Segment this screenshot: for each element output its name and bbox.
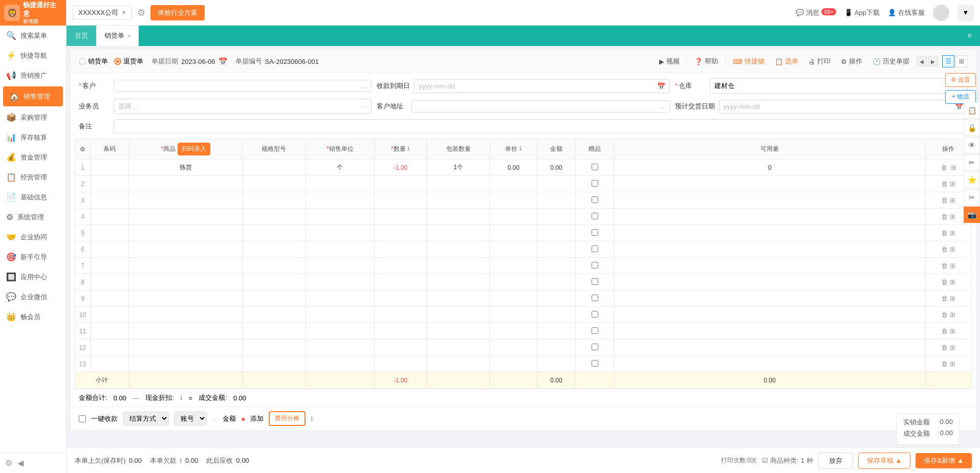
- header-settings-icon[interactable]: ⚙: [137, 7, 145, 18]
- float-btn-orange[interactable]: 📷: [964, 207, 980, 223]
- salesperson-input[interactable]: 选择... …: [114, 99, 372, 114]
- cell-price[interactable]: 0.00: [490, 160, 537, 176]
- float-btn-5[interactable]: ⭐: [964, 172, 980, 188]
- tab-close-icon[interactable]: ×: [127, 33, 130, 39]
- gift-checkbox[interactable]: [592, 344, 598, 350]
- history-btn[interactable]: 🕐 历史单据: [869, 55, 912, 67]
- copy-icon[interactable]: ⊞: [950, 196, 955, 204]
- save-new-button[interactable]: 保存&新增 ▲: [916, 453, 972, 468]
- grid-view-btn[interactable]: ⊞: [955, 55, 968, 67]
- sidebar-item-sales[interactable]: 🏠 销售管理: [3, 86, 63, 106]
- add-payment-icon[interactable]: ●: [241, 415, 245, 423]
- gift-checkbox[interactable]: [592, 262, 598, 268]
- sidebar-item-inventory[interactable]: 📊 库存核算: [0, 127, 66, 147]
- copy-icon[interactable]: ⊞: [950, 262, 955, 269]
- cell-qty[interactable]: -1.00: [374, 160, 426, 176]
- delete-icon[interactable]: 🗑: [941, 213, 948, 220]
- user-menu-icon[interactable]: ▼: [957, 5, 974, 21]
- gift-checkbox[interactable]: [592, 245, 598, 252]
- delete-icon[interactable]: 🗑: [941, 229, 948, 237]
- sidebar-item-weixin[interactable]: 💬 企业微信: [0, 287, 66, 307]
- copy-icon[interactable]: ⊞: [950, 180, 955, 188]
- float-btn-2[interactable]: 🔒: [964, 120, 980, 136]
- cell-gift[interactable]: [576, 160, 614, 176]
- cell-barcode[interactable]: [91, 160, 129, 176]
- sidebar-item-appcenter[interactable]: 🔲 应用中心: [0, 267, 66, 287]
- print-btn[interactable]: 🖨 打印: [805, 55, 834, 67]
- list-view-btn[interactable]: ☰: [942, 55, 954, 67]
- delete-icon[interactable]: 🗑: [941, 180, 948, 188]
- delete-icon[interactable]: 🗑: [941, 295, 948, 302]
- scan-btn[interactable]: 扫码录入: [178, 143, 210, 155]
- delete-icon[interactable]: 🗑: [941, 196, 948, 204]
- radio-return-order[interactable]: 退货单: [114, 57, 143, 66]
- sidebar-item-quicknav[interactable]: ⚡ 快捷导航: [0, 46, 66, 65]
- cell-amount[interactable]: 0.00: [537, 160, 576, 176]
- message-button[interactable]: 💬 消息 99+: [796, 8, 836, 17]
- gift-checkbox[interactable]: [592, 360, 598, 367]
- sidebar-item-basics[interactable]: 📄 基础信息: [0, 187, 66, 207]
- copy-icon[interactable]: ⊞: [950, 327, 955, 335]
- settings-bottom-icon[interactable]: ⚙: [5, 458, 12, 468]
- sidebar-item-marketing[interactable]: 📢 营销推广: [0, 65, 66, 85]
- online-service-button[interactable]: 👤 在线客服: [888, 8, 925, 17]
- float-btn-3[interactable]: 👁: [964, 137, 980, 153]
- customer-addr-input[interactable]: …: [411, 100, 669, 112]
- sidebar-item-enterprise[interactable]: 🤝 企业协同: [0, 227, 66, 247]
- gift-checkbox[interactable]: [592, 196, 598, 203]
- sidebar-item-finance[interactable]: 💰 资金管理: [0, 147, 66, 167]
- one-click-payment-checkbox[interactable]: [79, 415, 86, 422]
- tab-sales-order[interactable]: 销货单 ×: [96, 26, 139, 46]
- operate-btn[interactable]: ⚙ 操作: [838, 55, 865, 67]
- customer-input[interactable]: …: [114, 80, 372, 92]
- sidebar-item-search[interactable]: 🔍 搜索菜单: [0, 26, 66, 46]
- expected-date-input[interactable]: yyyy-mm-dd 📅: [719, 100, 968, 114]
- sidebar-item-purchase[interactable]: 📦 采购管理: [0, 107, 66, 127]
- select-order-btn[interactable]: 📋 选单: [772, 55, 801, 67]
- sidebar-item-system[interactable]: ⚙ 系统管理: [0, 207, 66, 227]
- radio-sale-order[interactable]: 销货单: [79, 57, 108, 66]
- video-btn[interactable]: ▶ 视频: [656, 55, 683, 67]
- copy-icon[interactable]: ⊞: [950, 295, 955, 302]
- cell-product[interactable]: 拣货: [129, 160, 243, 176]
- delete-icon[interactable]: 🗑: [941, 164, 947, 171]
- gift-checkbox[interactable]: [592, 311, 598, 318]
- delete-icon[interactable]: 🗑: [941, 245, 948, 253]
- shortcut-btn[interactable]: ⌨ 快捷键: [730, 55, 768, 67]
- note-input[interactable]: [114, 119, 968, 133]
- float-btn-1[interactable]: 📋: [964, 102, 980, 119]
- logistics-action-btn[interactable]: + 物流: [945, 90, 976, 104]
- gift-checkbox[interactable]: [592, 180, 598, 187]
- gift-checkbox[interactable]: [592, 213, 598, 219]
- gift-checkbox[interactable]: [592, 295, 598, 301]
- delete-icon[interactable]: 🗑: [941, 278, 948, 286]
- next-arrow[interactable]: ▶: [928, 56, 938, 66]
- copy-icon[interactable]: ⊞: [950, 278, 955, 286]
- help-btn[interactable]: ❓ 帮助: [691, 55, 721, 67]
- delete-icon[interactable]: 🗑: [941, 327, 948, 335]
- delete-icon[interactable]: 🗑: [941, 311, 948, 319]
- gift-checkbox[interactable]: [592, 229, 598, 236]
- copy-icon[interactable]: ⊞: [950, 229, 955, 237]
- account-more-icon[interactable]: …: [212, 416, 217, 422]
- delete-icon[interactable]: 🗑: [941, 360, 948, 368]
- prev-arrow[interactable]: ◀: [917, 56, 927, 66]
- th-settings[interactable]: ⚙: [75, 139, 91, 160]
- collapse-icon[interactable]: ◀: [17, 458, 24, 468]
- float-btn-6[interactable]: ✂: [964, 189, 980, 206]
- sidebar-item-member[interactable]: 👑 畅会员: [0, 307, 66, 327]
- delete-icon[interactable]: 🗑: [941, 262, 948, 269]
- copy-icon[interactable]: ⊞: [950, 311, 955, 319]
- company-selector[interactable]: XXXXXX公司 ▼: [73, 6, 132, 20]
- delete-icon[interactable]: 🗑: [941, 344, 948, 351]
- copy-icon[interactable]: ⊞: [950, 360, 955, 368]
- cell-spec[interactable]: [243, 160, 306, 176]
- sidebar-item-operations[interactable]: 📋 经营管理: [0, 167, 66, 187]
- copy-icon[interactable]: ⊞: [950, 245, 955, 253]
- gift-checkbox[interactable]: [592, 278, 598, 285]
- gift-checkbox[interactable]: [592, 327, 598, 334]
- tab-bar-close-icon[interactable]: ×: [959, 31, 980, 40]
- fee-split-btn[interactable]: 费用分摊: [269, 411, 306, 426]
- account-select[interactable]: 账号: [174, 412, 207, 425]
- user-avatar[interactable]: [933, 5, 949, 21]
